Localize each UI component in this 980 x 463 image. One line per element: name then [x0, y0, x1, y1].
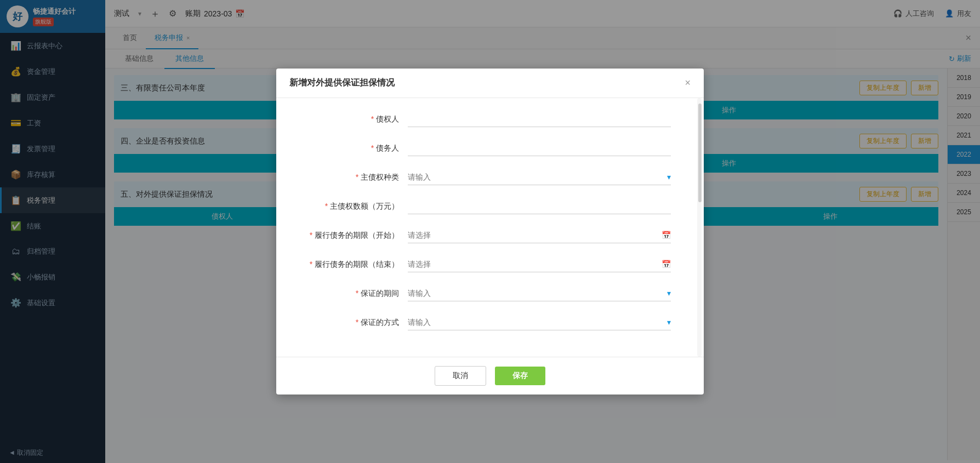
creditor-input[interactable]	[408, 111, 671, 127]
form-row-period-end: * 履行债务的期限（结束） 📅	[309, 256, 671, 272]
debtor-input[interactable]	[408, 140, 671, 156]
period-start-picker[interactable]: 📅	[408, 227, 671, 243]
modal-scrollbar-thumb	[698, 104, 702, 202]
form-row-claim-type: * 主债权种类 ▾	[309, 169, 671, 185]
guarantee-method-chevron-icon[interactable]: ▾	[667, 318, 671, 327]
claim-type-label: * 主债权种类	[309, 173, 408, 182]
guarantee-method-input[interactable]	[408, 315, 667, 330]
period-end-input[interactable]	[408, 256, 662, 272]
form-row-debtor: * 债务人	[309, 140, 671, 156]
modal-close-button[interactable]: ×	[685, 77, 691, 89]
modal-overlay: 新增对外提供保证担保情况 × * 债权人 * 债务人	[0, 0, 980, 463]
period-end-calendar-icon[interactable]: 📅	[662, 260, 671, 268]
period-start-calendar-icon[interactable]: 📅	[662, 231, 671, 239]
modal-header: 新增对外提供保证担保情况 ×	[276, 68, 704, 98]
save-button[interactable]: 保存	[495, 367, 545, 385]
modal-scrollbar-track	[697, 98, 702, 357]
debtor-label: * 债务人	[309, 144, 408, 153]
form-row-creditor: * 债权人	[309, 111, 671, 127]
guarantee-period-label: * 保证的期间	[309, 289, 408, 299]
form-row-period-start: * 履行债务的期限（开始） 📅	[309, 227, 671, 243]
creditor-label: * 债权人	[309, 115, 408, 124]
modal-footer: 取消 保存	[276, 357, 704, 395]
guarantee-method-label: * 保证的方式	[309, 318, 408, 328]
claim-amount-label: * 主债权数额（万元）	[309, 202, 408, 212]
modal-title: 新增对外提供保证担保情况	[289, 77, 395, 89]
claim-type-input[interactable]	[408, 169, 667, 185]
claim-amount-input[interactable]	[408, 198, 671, 214]
form-row-guarantee-period: * 保证的期间 ▾	[309, 285, 671, 301]
period-end-picker[interactable]: 📅	[408, 256, 671, 272]
period-end-label: * 履行债务的期限（结束）	[309, 260, 408, 270]
claim-type-chevron-icon[interactable]: ▾	[667, 173, 671, 181]
guarantee-method-select[interactable]: ▾	[408, 315, 671, 330]
guarantee-period-select[interactable]: ▾	[408, 285, 671, 301]
form-row-claim-amount: * 主债权数额（万元）	[309, 198, 671, 214]
modal-dialog: 新增对外提供保证担保情况 × * 债权人 * 债务人	[276, 68, 704, 395]
form-row-guarantee-method: * 保证的方式 ▾	[309, 315, 671, 330]
period-start-input[interactable]	[408, 227, 662, 243]
claim-type-select[interactable]: ▾	[408, 169, 671, 185]
period-start-label: * 履行债务的期限（开始）	[309, 231, 408, 241]
guarantee-period-chevron-icon[interactable]: ▾	[667, 289, 671, 298]
guarantee-period-input[interactable]	[408, 285, 667, 301]
cancel-button[interactable]: 取消	[435, 366, 486, 386]
modal-body: * 债权人 * 债务人 * 主债权种类	[276, 98, 704, 357]
